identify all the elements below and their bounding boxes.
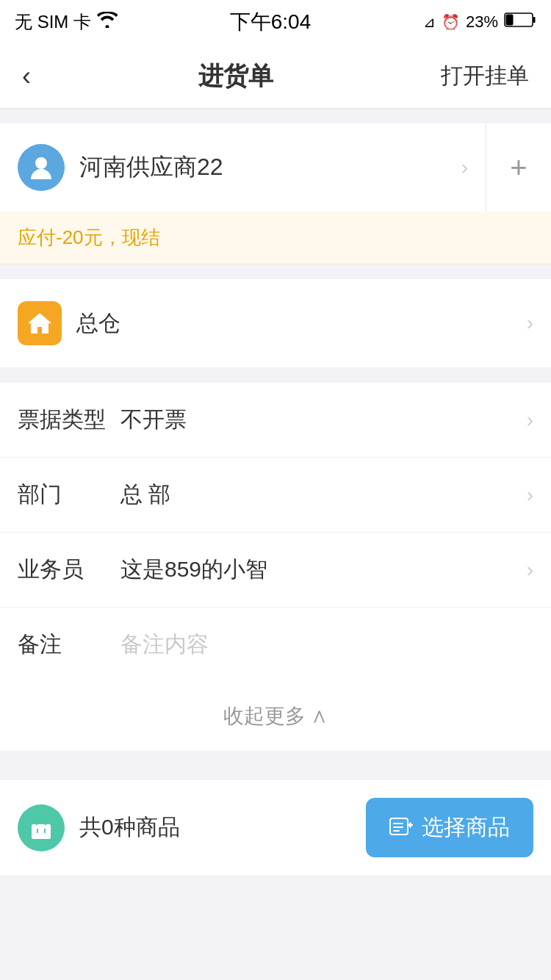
open-pending-button[interactable]: 打开挂单 xyxy=(441,61,529,91)
battery-icon xyxy=(504,12,536,32)
svg-rect-2 xyxy=(506,15,514,26)
warehouse-icon xyxy=(18,301,62,345)
gap2 xyxy=(0,264,551,279)
svg-rect-1 xyxy=(533,17,536,23)
gap4 xyxy=(0,751,551,765)
gap1 xyxy=(0,109,551,123)
remark-input[interactable]: 备注内容 xyxy=(120,630,533,660)
alarm-icon: ⏰ xyxy=(442,13,460,31)
remark-label: 备注 xyxy=(18,630,120,660)
supplier-avatar xyxy=(18,144,65,191)
warehouse-label: 总仓 xyxy=(76,309,527,339)
select-product-label: 选择商品 xyxy=(422,813,510,843)
supplier-row[interactable]: 河南供应商22 › xyxy=(0,123,486,212)
collapse-label: 收起更多 ∧ xyxy=(223,702,328,730)
product-icon xyxy=(18,804,65,851)
department-row[interactable]: 部门 总 部 › xyxy=(0,458,551,533)
warning-banner: 应付-20元，现结 xyxy=(0,212,551,264)
department-value: 总 部 xyxy=(120,480,527,510)
supplier-chevron-icon: › xyxy=(461,156,468,179)
supplier-name: 河南供应商22 xyxy=(79,151,454,184)
warehouse-row[interactable]: 总仓 › xyxy=(0,279,551,368)
status-time: 下午6:04 xyxy=(230,8,311,36)
invoice-type-row[interactable]: 票据类型 不开票 › xyxy=(0,383,551,458)
wifi-icon xyxy=(97,12,118,32)
page-title: 进货单 xyxy=(198,60,273,93)
svg-rect-4 xyxy=(32,824,51,839)
salesperson-row[interactable]: 业务员 这是859的小智 › xyxy=(0,533,551,608)
department-label: 部门 xyxy=(18,480,120,510)
gap3 xyxy=(0,368,551,383)
salesperson-chevron-icon: › xyxy=(527,558,533,582)
location-icon: ⊿ xyxy=(423,13,436,31)
invoice-type-label: 票据类型 xyxy=(18,405,120,435)
battery-label: 23% xyxy=(466,12,498,32)
add-supplier-button[interactable]: + xyxy=(486,151,551,184)
salesperson-value: 这是859的小智 xyxy=(120,555,527,585)
product-section: 共0种商品 选择商品 xyxy=(0,780,551,875)
invoice-type-chevron-icon: › xyxy=(527,408,533,432)
status-bar: 无 SIM 卡 下午6:04 ⊿ ⏰ 23% xyxy=(0,0,551,44)
svg-point-3 xyxy=(35,157,47,169)
select-product-button[interactable]: 选择商品 xyxy=(366,798,533,857)
department-chevron-icon: › xyxy=(527,483,533,507)
status-left: 无 SIM 卡 xyxy=(15,10,118,34)
back-button[interactable]: ‹ xyxy=(22,61,31,92)
nav-bar: ‹ 进货单 打开挂单 xyxy=(0,44,551,109)
status-right: ⊿ ⏰ 23% xyxy=(423,12,536,32)
collapse-button[interactable]: 收起更多 ∧ xyxy=(0,682,551,751)
product-left: 共0种商品 xyxy=(18,804,180,851)
salesperson-label: 业务员 xyxy=(18,555,120,585)
invoice-type-value: 不开票 xyxy=(120,405,527,435)
remark-row[interactable]: 备注 备注内容 xyxy=(0,608,551,682)
warehouse-chevron-icon: › xyxy=(527,311,533,335)
product-count-label: 共0种商品 xyxy=(79,813,180,843)
carrier-label: 无 SIM 卡 xyxy=(15,10,91,34)
select-product-icon xyxy=(389,818,413,838)
supplier-section: 河南供应商22 › + xyxy=(0,123,551,212)
